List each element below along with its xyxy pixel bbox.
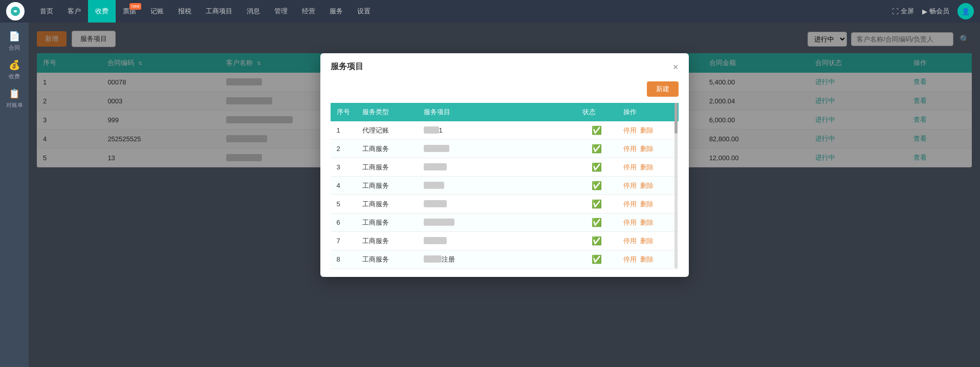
modal-cell-seq: 5	[331, 195, 356, 213]
stop-button[interactable]: 停用	[623, 200, 637, 209]
nav-item-manage[interactable]: 管理	[267, 0, 295, 23]
member-button[interactable]: ▶ 畅会员	[922, 7, 949, 16]
modal-cell-type: 工商服务	[356, 250, 418, 269]
scrollbar-track[interactable]	[674, 103, 678, 269]
nav-item-ops[interactable]: 经营	[295, 0, 322, 23]
sidebar-item-statement[interactable]: 📋 对账单	[2, 85, 27, 112]
modal-cell-type: 工商服务	[356, 140, 418, 158]
modal-cell-status: ✅	[576, 158, 617, 177]
delete-button[interactable]: 删除	[638, 200, 656, 209]
status-check-icon: ✅	[592, 144, 602, 153]
modal-toolbar: 新建	[320, 77, 689, 103]
modal-table-row: 5 工商服务 ✅ 停用 删除	[331, 195, 679, 213]
stop-button[interactable]: 停用	[623, 218, 637, 227]
nav-item-fee[interactable]: 收费	[88, 0, 116, 23]
fullscreen-button[interactable]: ⛶ 全屏	[892, 7, 914, 16]
delete-button[interactable]: 删除	[638, 236, 656, 246]
scrollbar-thumb[interactable]	[674, 103, 678, 134]
nav-item-service[interactable]: 服务	[322, 0, 350, 23]
nav-item-ledger[interactable]: 记账	[143, 0, 171, 23]
sidebar-item-contract[interactable]: 📄 合同	[2, 28, 27, 54]
modal-cell-ops: 停用 删除	[617, 158, 679, 177]
modal-col-type: 服务类型	[356, 103, 418, 121]
modal-body: 序号 服务类型 服务项目 状态 操作 1 代理记账 1 ✅ 停用	[320, 103, 689, 277]
modal-table: 序号 服务类型 服务项目 状态 操作 1 代理记账 1 ✅ 停用	[331, 103, 679, 269]
modal-cell-status: ✅	[576, 121, 617, 140]
stop-button[interactable]: 停用	[623, 255, 637, 264]
modal-cell-type: 工商服务	[356, 177, 418, 195]
modal-cell-type: 工商服务	[356, 213, 418, 232]
nav-item-msg[interactable]: 消息	[239, 0, 267, 23]
layout: 📄 合同 💰 收费 📋 对账单 新增 服务项目 进行中 已完成 全部 🔍	[0, 23, 980, 367]
modal-cell-seq: 8	[331, 250, 356, 269]
modal-table-body: 1 代理记账 1 ✅ 停用 删除 2 工商服务 ✅ 停用 删除 3 工商服务 ✅…	[331, 121, 679, 269]
modal-cell-status: ✅	[576, 250, 617, 269]
modal-cell-ops: 停用 删除	[617, 177, 679, 195]
modal-table-row: 1 代理记账 1 ✅ 停用 删除	[331, 121, 679, 140]
modal-table-row: 7 工商服务 ✅ 停用 删除	[331, 232, 679, 250]
modal-col-item: 服务项目	[418, 103, 576, 121]
delete-button[interactable]: 删除	[638, 181, 656, 190]
modal-table-row: 4 工商服务 ✅ 停用 删除	[331, 177, 679, 195]
modal-cell-seq: 3	[331, 158, 356, 177]
status-check-icon: ✅	[592, 236, 602, 245]
modal-cell-seq: 6	[331, 213, 356, 232]
stop-button[interactable]: 停用	[623, 163, 637, 172]
modal-close-button[interactable]: ×	[673, 62, 679, 72]
delete-button[interactable]: 删除	[638, 255, 656, 264]
delete-button[interactable]: 删除	[638, 218, 656, 227]
nav-item-settings[interactable]: 设置	[350, 0, 378, 23]
avatar[interactable]: 👤	[957, 3, 974, 19]
modal-cell-status: ✅	[576, 177, 617, 195]
modal-col-seq: 序号	[331, 103, 356, 121]
stop-button[interactable]: 停用	[623, 144, 637, 154]
modal-table-row: 6 工商服务 ✅ 停用 删除	[331, 213, 679, 232]
modal-cell-ops: 停用 删除	[617, 140, 679, 158]
delete-button[interactable]: 删除	[638, 163, 656, 172]
modal-cell-seq: 2	[331, 140, 356, 158]
modal-overlay[interactable]: 服务项目 × 新建 序号 服务类型 服务项目	[29, 23, 980, 367]
modal-cell-type: 工商服务	[356, 158, 418, 177]
user-icon: 👤	[962, 8, 970, 15]
modal-header: 服务项目 ×	[320, 53, 689, 77]
modal-title: 服务项目	[331, 61, 363, 72]
stop-button[interactable]: 停用	[623, 236, 637, 246]
top-nav-right: ⛶ 全屏 ▶ 畅会员 👤	[892, 3, 974, 19]
status-check-icon: ✅	[592, 218, 602, 227]
modal-cell-item	[418, 140, 576, 158]
modal-cell-item: 1	[418, 121, 576, 140]
modal-cell-ops: 停用 删除	[617, 121, 679, 140]
delete-button[interactable]: 删除	[638, 126, 656, 135]
status-check-icon: ✅	[592, 126, 602, 135]
modal-table-row: 8 工商服务 注册 ✅ 停用 删除	[331, 250, 679, 269]
main-content: 新增 服务项目 进行中 已完成 全部 🔍 序号 合同编码 ⇅ 客户名称 ⇅ 服务…	[29, 23, 980, 367]
modal-cell-ops: 停用 删除	[617, 232, 679, 250]
stop-button[interactable]: 停用	[623, 181, 637, 190]
modal-table-row: 2 工商服务 ✅ 停用 删除	[331, 140, 679, 158]
modal-cell-type: 代理记账	[356, 121, 418, 140]
delete-button[interactable]: 删除	[638, 144, 656, 154]
modal-cell-item	[418, 213, 576, 232]
fee-icon: 💰	[9, 59, 20, 71]
modal-cell-ops: 停用 删除	[617, 250, 679, 269]
statement-icon: 📋	[9, 88, 20, 99]
nav-item-biz[interactable]: 工商项目	[199, 0, 239, 23]
modal-cell-seq: 7	[331, 232, 356, 250]
nav-item-home[interactable]: 首页	[33, 0, 60, 23]
video-icon: ▶	[922, 8, 927, 15]
nav-item-customer[interactable]: 客户	[60, 0, 88, 23]
nav-item-invoice[interactable]: 票据 new	[116, 0, 143, 23]
modal-cell-ops: 停用 删除	[617, 213, 679, 232]
nav-item-tax[interactable]: 报税	[171, 0, 199, 23]
new-badge: new	[129, 3, 141, 10]
stop-button[interactable]: 停用	[623, 126, 637, 135]
modal-cell-item	[418, 195, 576, 213]
sidebar-item-fee[interactable]: 💰 收费	[2, 56, 27, 83]
modal-cell-status: ✅	[576, 213, 617, 232]
status-check-icon: ✅	[592, 181, 602, 190]
modal-new-button[interactable]: 新建	[647, 81, 679, 97]
modal-cell-seq: 1	[331, 121, 356, 140]
modal-cell-status: ✅	[576, 232, 617, 250]
modal-col-status: 状态	[576, 103, 617, 121]
top-nav: 首页 客户 收费 票据 new 记账 报税 工商项目 消息 管理 经营 服务 设…	[0, 0, 980, 23]
